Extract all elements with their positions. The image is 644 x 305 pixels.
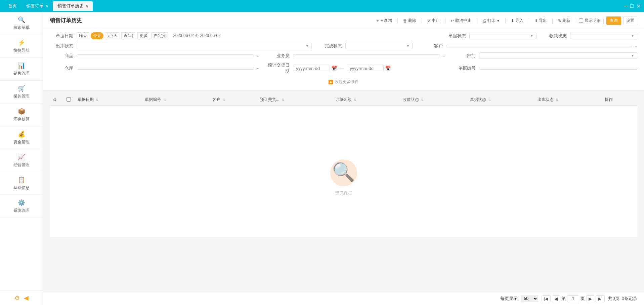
show-detail-checkbox[interactable] (579, 18, 583, 23)
system-mgmt-icon: ⚙️ (18, 199, 25, 206)
settings-icon[interactable]: ⚙ (53, 98, 57, 102)
restore-button[interactable]: □ (630, 3, 634, 9)
complete-status-select[interactable]: ▼ (345, 43, 413, 49)
expected-date-end[interactable] (347, 65, 384, 72)
footer: 每页显示 50 10 20 100 |◀ ◀ 第 页 ▶ ▶| 共0页, 0条记… (43, 292, 644, 305)
th-checkbox[interactable] (63, 94, 74, 106)
customer-input[interactable] (446, 45, 632, 47)
th-out-status[interactable]: 出库状态 ⇅ (534, 94, 601, 106)
th-receipt-status[interactable]: 收款状态 ⇅ (399, 94, 467, 106)
tab-sales-order[interactable]: 销售订单 × (22, 1, 53, 11)
stop-button[interactable]: ⊘ 中止 (425, 16, 442, 25)
warehouse-more-icon[interactable]: ··· (255, 66, 259, 71)
dept-select[interactable]: ▼ (479, 52, 637, 59)
date-btn-yesterday[interactable]: 昨天 (77, 32, 89, 39)
close-sales-order-tab[interactable]: × (46, 4, 48, 8)
th-bill-no[interactable]: 单据编号 ⇅ (141, 94, 209, 106)
print-dropdown-icon: ▼ (497, 19, 500, 23)
expected-date-start[interactable] (293, 65, 330, 72)
product-more-icon[interactable]: ··· (255, 53, 259, 59)
bill-no-input[interactable] (479, 67, 637, 70)
date-btn-custom[interactable]: 自定义 (152, 32, 168, 39)
warehouse-input[interactable] (77, 67, 254, 70)
complete-status-label: 完成状态 (318, 43, 345, 49)
tab-home[interactable]: 首页 (3, 1, 22, 11)
export-button[interactable]: ⬆ 导出 (532, 16, 550, 25)
prev-page-button[interactable]: ◀ (552, 295, 560, 302)
sidebar: 🔍 搜索菜单 ⚡ 快捷导航 📊 销售管理 🛒 采购管理 📦 库存核算 💰 资金管… (0, 12, 43, 305)
new-icon: ＋ (376, 18, 380, 24)
th-order-amount[interactable]: 订单金额 ⇅ (332, 94, 399, 106)
customer-more-icon[interactable]: ··· (633, 43, 637, 49)
sidebar-item-sales-mgmt[interactable]: 📊 销售管理 (0, 58, 43, 81)
sidebar-settings-icon[interactable]: ⚙ (14, 294, 20, 302)
sidebar-item-inventory[interactable]: 📦 库存核算 (0, 104, 43, 126)
sidebar-item-system-mgmt[interactable]: ⚙️ 系统管理 (0, 195, 43, 218)
finance-icon: 💰 (18, 130, 25, 138)
stop-icon: ⊘ (427, 18, 431, 23)
date-btn-7days[interactable]: 近7天 (105, 32, 120, 39)
table-body: 🔍 暂无数据 (50, 106, 637, 237)
calendar-end-icon[interactable]: 📅 (385, 66, 391, 71)
date-btn-1month[interactable]: 近1月 (121, 32, 136, 39)
sidebar-collapse-icon[interactable]: ◀ (24, 294, 29, 302)
minimize-button[interactable]: ─ (624, 3, 628, 9)
settings-button[interactable]: 设置 (623, 16, 637, 25)
collapse-row[interactable]: 🔼 收起更多条件 (50, 78, 637, 86)
th-bill-date[interactable]: 单据日期 ⇅ (74, 94, 141, 106)
customer-label: 客户 (419, 43, 446, 49)
th-settings[interactable]: ⚙ (50, 94, 63, 106)
page-size-select[interactable]: 50 10 20 100 (521, 295, 538, 302)
sidebar-item-operations[interactable]: 📈 经营管理 (0, 149, 43, 172)
close-button[interactable]: ✕ (636, 3, 641, 9)
sidebar-item-quick-nav[interactable]: ⚡ 快捷导航 (0, 35, 43, 58)
out-status-label: 出库状态 (50, 43, 77, 49)
refresh-button[interactable]: ↻ 刷新 (555, 16, 573, 25)
separator (397, 18, 398, 24)
th-customer[interactable]: 客户 ⇅ (209, 94, 257, 106)
salesperson-more-icon[interactable]: ··· (441, 53, 445, 59)
out-status-select[interactable]: ▼ (77, 43, 312, 49)
separator4 (477, 18, 477, 24)
first-page-button[interactable]: |◀ (542, 295, 551, 302)
salesperson-input[interactable] (293, 54, 440, 57)
operations-icon: 📈 (18, 153, 25, 161)
separator9 (603, 18, 604, 24)
close-sales-order-history-tab[interactable]: × (86, 4, 88, 8)
top-bar: 首页 销售订单 × 销售订单历史 × ─ □ ✕ (0, 0, 644, 12)
show-detail-checkbox-label[interactable]: 显示明细 (579, 18, 601, 24)
last-page-button[interactable]: ▶| (596, 295, 605, 302)
receipt-status-select[interactable]: ▼ (570, 33, 637, 39)
import-button[interactable]: ⬇ 导入 (508, 16, 526, 25)
date-btn-today[interactable]: 今天 (91, 32, 103, 39)
next-page-button[interactable]: ▶ (586, 295, 594, 302)
print-button[interactable]: 🖨 打印 ▼ (480, 16, 503, 25)
tab-sales-order-history[interactable]: 销售订单历史 × (53, 1, 93, 11)
table-area: ⚙ 单据日期 ⇅ 单据编号 ⇅ (43, 90, 644, 292)
cancel-stop-button[interactable]: ↩ 取消中止 (448, 16, 474, 25)
sidebar-item-purchase-mgmt[interactable]: 🛒 采购管理 (0, 81, 43, 104)
sort-bill-no-icon: ⇅ (163, 98, 166, 102)
page-title: 销售订单历史 (50, 17, 82, 24)
new-button[interactable]: ＋ + 新增 (373, 16, 395, 25)
product-input[interactable] (77, 54, 254, 57)
sidebar-item-base-info[interactable]: 📋 基础信息 (0, 172, 43, 195)
dept-label: 部门 (452, 53, 479, 59)
sidebar-item-search-menu[interactable]: 🔍 搜索菜单 (0, 12, 43, 35)
empty-illustration: 🔍 (324, 146, 364, 186)
date-btn-more[interactable]: 更多 (137, 32, 150, 39)
delete-button[interactable]: 🗑 删除 (400, 16, 419, 25)
filter-row-4: 仓库 ··· 预计交货日期 📅 — 📅 单据编号 (50, 62, 637, 74)
inventory-icon: 📦 (18, 108, 25, 115)
bill-no-label: 单据编号 (452, 65, 479, 71)
th-bill-status[interactable]: 单据状态 ⇅ (467, 94, 534, 106)
calendar-start-icon[interactable]: 📅 (331, 66, 337, 71)
bill-status-select[interactable]: ▼ (469, 33, 536, 39)
refresh-icon: ↻ (558, 18, 561, 23)
page-number-input[interactable] (567, 295, 579, 302)
th-expected-date[interactable]: 预计交货... ⇅ (257, 94, 332, 106)
sidebar-item-finance[interactable]: 💰 资金管理 (0, 126, 43, 149)
pagination: |◀ ◀ 第 页 ▶ ▶| (542, 295, 605, 302)
query-button[interactable]: 查询 (606, 16, 621, 25)
select-all-checkbox[interactable] (67, 97, 71, 102)
